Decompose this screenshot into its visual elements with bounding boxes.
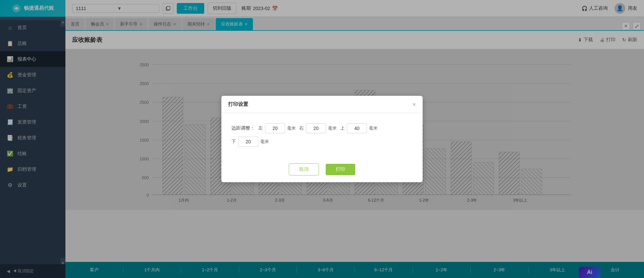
margin-label: 边距调整： [231,125,255,131]
print-settings-modal: 打印设置 × 边距调整： 左 毫米 右 毫米 上 毫米 [221,96,423,182]
margin-bottom-group: 下 毫米 [231,137,269,147]
margin-right-input[interactable] [306,123,326,133]
right-direction-label: 右 [299,125,304,131]
margin-row: 边距调整： 左 毫米 右 毫米 上 毫米 下 [231,123,413,147]
top-unit-label: 毫米 [369,125,378,131]
cancel-button[interactable]: 取消 [289,163,319,176]
margin-left-input[interactable] [265,123,285,133]
left-unit-label: 毫米 [287,125,296,131]
modal-header: 打印设置 × [221,96,423,113]
bottom-unit-label: 毫米 [260,139,269,145]
modal-print-button[interactable]: 打印 [326,164,355,175]
margin-top-input[interactable] [347,123,367,133]
modal-footer: 取消 打印 [221,157,423,182]
top-direction-label: 上 [340,125,345,131]
margin-right-group: 右 毫米 [299,123,337,133]
margin-bottom-input[interactable] [238,137,258,147]
bottom-direction-label: 下 [231,139,236,145]
margin-top-group: 上 毫米 [340,123,378,133]
right-unit-label: 毫米 [328,125,337,131]
modal-title: 打印设置 [228,101,248,108]
modal-close-button[interactable]: × [412,101,416,108]
left-direction-label: 左 [258,125,263,131]
modal-overlay[interactable]: 打印设置 × 边距调整： 左 毫米 右 毫米 上 毫米 [0,0,644,278]
margin-left-group: 左 毫米 [258,123,296,133]
modal-body: 边距调整： 左 毫米 右 毫米 上 毫米 下 [221,113,423,157]
